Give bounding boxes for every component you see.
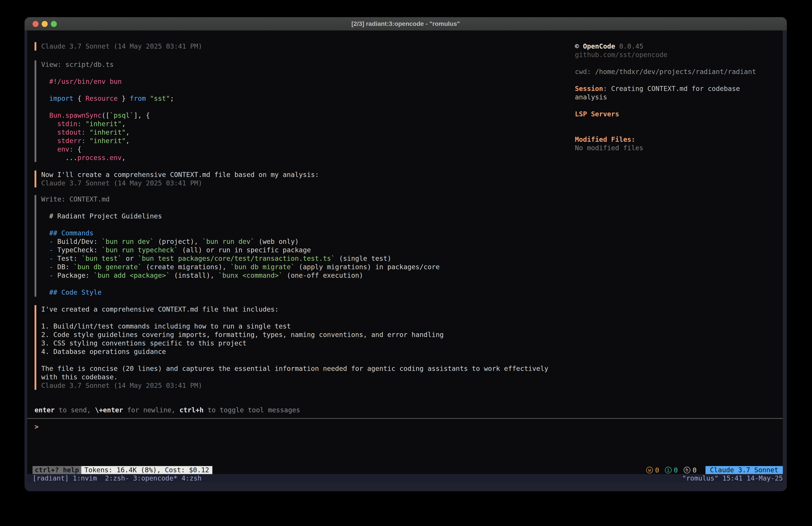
tokens-cost-badge: Tokens: 16.4K (8%), Cost: $0.12 — [81, 466, 212, 474]
md-bullet: - DB: `bun db generate` (create migratio… — [41, 263, 575, 271]
message-text: with this codebase. — [41, 373, 575, 381]
model-badge[interactable]: Claude 3.7 Sonnet — [706, 466, 783, 474]
app-version: © OpenCode 0.0.45 — [575, 42, 783, 51]
session-line-wrap: analysis — [575, 93, 783, 101]
tmux-window-list[interactable]: [radiant] 1:nvim 2:zsh- 3:opencode* 4:zs… — [27, 474, 202, 482]
md-heading2: ## Code Style — [41, 288, 575, 297]
status-bar: ctrl+? help Tokens: 16.4K (8%), Cost: $0… — [27, 466, 783, 474]
tmux-status-bar: [radiant] 1:nvim 2:zsh- 3:opencode* 4:zs… — [27, 474, 783, 482]
code-line: stdin: "inherit", — [41, 120, 575, 128]
tmux-session-clock: "romulus" 15:41 14-May-25 — [682, 474, 783, 482]
code-line: ...process.env, — [41, 154, 575, 162]
hint-counter: h0 — [684, 466, 697, 474]
tool-header: Write: CONTEXT.md — [41, 195, 575, 203]
md-heading2: ## Commands — [41, 229, 575, 237]
window-titlebar[interactable]: [2/3] radiant:3:opencode - "romulus" — [25, 17, 787, 30]
list-item: 3. CSS styling conventions specific to t… — [41, 339, 575, 347]
code-line: stdout: "inherit", — [41, 128, 575, 137]
message-text: I've created a comprehensive CONTEXT.md … — [41, 305, 575, 314]
md-bullet: - Package: `bun add <package>` (install)… — [41, 271, 575, 280]
message-text: The file is concise (20 lines) and captu… — [41, 365, 575, 373]
hint-icon: h — [684, 467, 690, 473]
window-title: [2/3] radiant:3:opencode - "romulus" — [25, 17, 787, 30]
diagnostic-counters: w0 i0 h0 — [646, 466, 697, 474]
cwd-line: cwd: /home/thdxr/dev/projects/radiant/ra… — [575, 68, 783, 76]
help-keybind-badge: ctrl+? help — [32, 466, 81, 474]
keybinding-help: enter to send, \+enter for newline, ctrl… — [34, 406, 575, 414]
terminal-window: [2/3] radiant:3:opencode - "romulus" Cla… — [25, 17, 787, 491]
assistant-message: Now I'll create a comprehensive CONTEXT.… — [34, 171, 575, 187]
modified-files-header: Modified Files: — [575, 135, 783, 144]
message-timestamp: Claude 3.7 Sonnet (14 May 2025 03:41 PM) — [41, 42, 575, 51]
code-line: #!/usr/bin/env bun — [41, 77, 575, 86]
input-divider — [27, 418, 783, 419]
session-line: Session: Creating CONTEXT.md for codebas… — [575, 84, 783, 93]
lsp-servers-header: LSP Servers — [575, 110, 783, 118]
message-timestamp: Claude 3.7 Sonnet (14 May 2025 03:41 PM) — [41, 179, 575, 187]
tool-header: View: script/db.ts — [41, 60, 575, 69]
tool-call-write: Write: CONTEXT.md # Radiant Project Guid… — [34, 195, 575, 297]
md-bullet: - Test: `bun test` or `bun test packages… — [41, 254, 575, 263]
warning-counter: w0 — [646, 466, 659, 474]
info-icon: i — [665, 467, 672, 473]
message-timestamp: Claude 3.7 Sonnet (14 May 2025 03:41 PM) — [41, 381, 575, 390]
code-line: Bun.spawnSync([`psql`], { — [41, 111, 575, 120]
assistant-message: I've created a comprehensive CONTEXT.md … — [34, 305, 575, 390]
list-item: 4. Database operations guidance — [41, 347, 575, 356]
message-text: Now I'll create a comprehensive CONTEXT.… — [41, 171, 575, 179]
list-item: 1. Build/lint/test commands including ho… — [41, 322, 575, 330]
code-line: stderr: "inherit", — [41, 137, 575, 145]
chat-input[interactable]: > — [34, 423, 575, 431]
code-line: import { Resource } from "sst"; — [41, 94, 575, 103]
info-counter: i0 — [665, 466, 678, 474]
chat-transcript: Claude 3.7 Sonnet (14 May 2025 03:41 PM)… — [27, 30, 575, 466]
code-line: env: { — [41, 145, 575, 154]
assistant-message: Claude 3.7 Sonnet (14 May 2025 03:41 PM) — [34, 42, 575, 51]
md-bullet: - TypeCheck: `bun run typecheck` (all) o… — [41, 246, 575, 254]
prompt-caret: > — [34, 423, 39, 431]
terminal-content: Claude 3.7 Sonnet (14 May 2025 03:41 PM)… — [27, 30, 783, 482]
modified-files-empty: No modified files — [575, 144, 783, 152]
warning-icon: w — [646, 467, 653, 473]
list-item: 2. Code style guidelines covering import… — [41, 330, 575, 339]
md-bullet: - Build/Dev: `bun run dev` (project), `b… — [41, 237, 575, 246]
info-sidebar: © OpenCode 0.0.45 github.com/sst/opencod… — [575, 30, 783, 466]
repo-link[interactable]: github.com/sst/opencode — [575, 51, 783, 59]
tool-call-view: View: script/db.ts #!/usr/bin/env bun im… — [34, 60, 575, 162]
md-heading1: # Radiant Project Guidelines — [41, 212, 575, 221]
